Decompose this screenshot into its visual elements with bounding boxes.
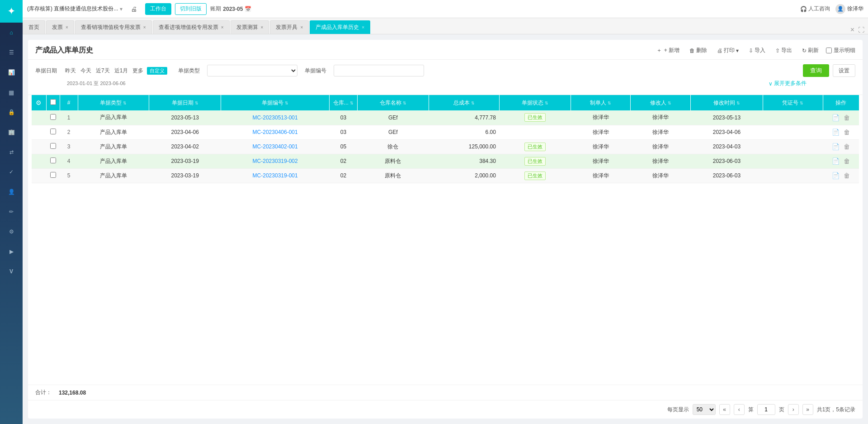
edit-row-btn[interactable]: 📄	[830, 157, 841, 165]
refresh-btn[interactable]: ↻ 刷新	[799, 45, 821, 56]
delete-row-btn[interactable]: 🗑	[842, 143, 851, 150]
delete-row-btn[interactable]: 🗑	[842, 129, 851, 136]
th-status[interactable]: 单据状态 ⇅	[500, 95, 571, 110]
reset-btn[interactable]: 设置	[833, 64, 855, 77]
new-btn[interactable]: ＋ + 新增	[654, 45, 682, 56]
edit-row-btn[interactable]: 📄	[830, 114, 841, 121]
close-tab-invoice-calc[interactable]: ×	[261, 25, 264, 30]
sidebar-item-inventory[interactable]: ▦	[0, 82, 23, 102]
th-date[interactable]: 单据日期 ⇅	[149, 95, 221, 110]
delete-btn[interactable]: 🗑 删除	[687, 45, 710, 56]
th-creator[interactable]: 制单人 ⇅	[571, 95, 631, 110]
sidebar-item-doc[interactable]: ☰	[0, 43, 23, 62]
expand-more-btn[interactable]: ∨ 展开更多条件	[769, 80, 807, 87]
number-link[interactable]: MC-20230402-001	[253, 143, 298, 150]
import-btn[interactable]: ⇩ 导入	[746, 45, 768, 56]
cell-checkbox[interactable]	[46, 125, 60, 139]
shortcut-1month[interactable]: 近1月	[113, 67, 129, 75]
maximize-icon[interactable]: ⛶	[858, 26, 864, 33]
close-tab-invoice-open[interactable]: ×	[300, 25, 303, 30]
cell-checkbox[interactable]	[46, 139, 60, 154]
delete-row-btn[interactable]: 🗑	[842, 172, 851, 179]
shortcut-yesterday[interactable]: 昨天	[64, 67, 77, 75]
select-all-checkbox[interactable]	[50, 99, 56, 105]
export-btn[interactable]: ⇧ 导出	[773, 45, 795, 56]
page-number-input[interactable]	[757, 404, 775, 415]
print-btn[interactable]: 🖨 打印 ▾	[714, 45, 741, 56]
sidebar-item-lock[interactable]: 🔒	[0, 102, 23, 122]
number-link[interactable]: MC-20230513-001	[253, 114, 298, 121]
show-detail-input[interactable]	[826, 48, 832, 53]
edit-row-btn[interactable]: 📄	[830, 129, 841, 136]
shortcut-today[interactable]: 今天	[80, 67, 92, 75]
number-link[interactable]: MC-20230319-002	[253, 158, 298, 164]
th-number[interactable]: 单据编号 ⇅	[221, 95, 329, 110]
cell-number[interactable]: MC-20230319-002	[221, 154, 329, 168]
sidebar-item-home[interactable]: ⌂	[0, 23, 23, 43]
th-checkbox[interactable]	[46, 95, 60, 110]
calendar-icon[interactable]: 📅	[245, 6, 251, 12]
cell-number[interactable]: MC-20230513-001	[221, 110, 329, 125]
cell-number[interactable]: MC-20230402-001	[221, 139, 329, 154]
print-icon-btn[interactable]: 🖨	[126, 3, 142, 15]
number-link[interactable]: MC-20230406-001	[253, 129, 298, 135]
cell-checkbox[interactable]	[46, 154, 60, 168]
close-tab-icon[interactable]: ×	[850, 26, 854, 34]
th-modifier[interactable]: 修改人 ⇅	[631, 95, 691, 110]
tab-product-instock[interactable]: 产成品入库单历史 ×	[310, 20, 370, 34]
th-settings[interactable]: ⚙	[32, 95, 46, 110]
th-warehouse-name[interactable]: 仓库名称 ⇅	[358, 95, 429, 110]
tab-home[interactable]: 首页	[23, 20, 45, 34]
prev-page-btn[interactable]: ‹	[734, 404, 745, 415]
close-tab-purchase-vat[interactable]: ×	[221, 25, 224, 30]
shortcut-custom[interactable]: 自定义	[147, 67, 167, 75]
chevron-down-icon[interactable]: ▾	[120, 6, 123, 12]
number-link[interactable]: MC-20230319-001	[253, 172, 298, 179]
cell-checkbox[interactable]	[46, 110, 60, 125]
switch-version-btn[interactable]: 切到旧版	[175, 3, 207, 15]
edit-row-btn[interactable]: 📄	[830, 143, 841, 150]
per-page-select[interactable]: 50 100 200	[693, 404, 716, 415]
query-btn[interactable]: 查询	[803, 64, 829, 77]
close-tab-invoice[interactable]: ×	[66, 25, 68, 30]
sidebar-item-task[interactable]: ✓	[0, 162, 23, 182]
show-detail-checkbox[interactable]: 显示明细	[826, 47, 855, 54]
delete-row-btn[interactable]: 🗑	[842, 157, 851, 165]
row-checkbox[interactable]	[50, 157, 56, 163]
th-total-cost[interactable]: 总成本 ⇅	[429, 95, 500, 110]
tab-invoice-open[interactable]: 发票开具 ×	[270, 20, 309, 34]
cell-number[interactable]: MC-20230406-001	[221, 125, 329, 139]
close-tab-product-instock[interactable]: ×	[362, 25, 364, 30]
shortcut-7days[interactable]: 近7天	[95, 67, 111, 75]
workspace-btn[interactable]: 工作台	[145, 3, 171, 15]
tab-invoice-calc[interactable]: 发票测算 ×	[231, 20, 269, 34]
sidebar-item-transfer[interactable]: ⇄	[0, 142, 23, 162]
shortcut-more[interactable]: 更多	[132, 67, 144, 75]
cell-checkbox[interactable]	[46, 168, 60, 183]
sidebar-item-play[interactable]: ▶	[0, 242, 23, 262]
sidebar-item-edit[interactable]: ✏	[0, 202, 23, 222]
tab-invoice[interactable]: 发票 ×	[46, 20, 74, 34]
sidebar-item-user[interactable]: 👤	[0, 182, 23, 202]
sidebar-item-version[interactable]: V	[0, 262, 23, 281]
th-type[interactable]: 单据类型 ⇅	[78, 95, 149, 110]
close-tab-sales-vat[interactable]: ×	[143, 25, 146, 30]
th-voucher[interactable]: 凭证号 ⇅	[763, 95, 823, 110]
tab-check-purchase-vat[interactable]: 查看进项增值税专用发票 ×	[153, 20, 230, 34]
settings-col-icon[interactable]: ⚙	[36, 99, 42, 106]
edit-row-btn[interactable]: 📄	[830, 172, 841, 179]
cell-number[interactable]: MC-20230319-001	[221, 168, 329, 183]
th-warehouse-code[interactable]: 仓库... ⇅	[329, 95, 357, 110]
sidebar-item-chart[interactable]: 📊	[0, 62, 23, 82]
tab-check-sales-vat[interactable]: 查看销项增值税专用发票 ×	[75, 20, 152, 34]
first-page-btn[interactable]: «	[719, 404, 730, 415]
next-page-btn[interactable]: ›	[788, 404, 799, 415]
type-filter-select[interactable]	[207, 65, 297, 76]
sidebar-item-org[interactable]: 🏢	[0, 122, 23, 142]
number-filter-input[interactable]	[334, 65, 424, 76]
assistant-btn[interactable]: 🎧 人工咨询	[800, 5, 830, 13]
sidebar-item-settings[interactable]: ⚙	[0, 222, 23, 242]
delete-row-btn[interactable]: 🗑	[842, 114, 851, 121]
row-checkbox[interactable]	[50, 114, 56, 120]
user-menu[interactable]: 👤 徐泽华	[835, 4, 863, 14]
